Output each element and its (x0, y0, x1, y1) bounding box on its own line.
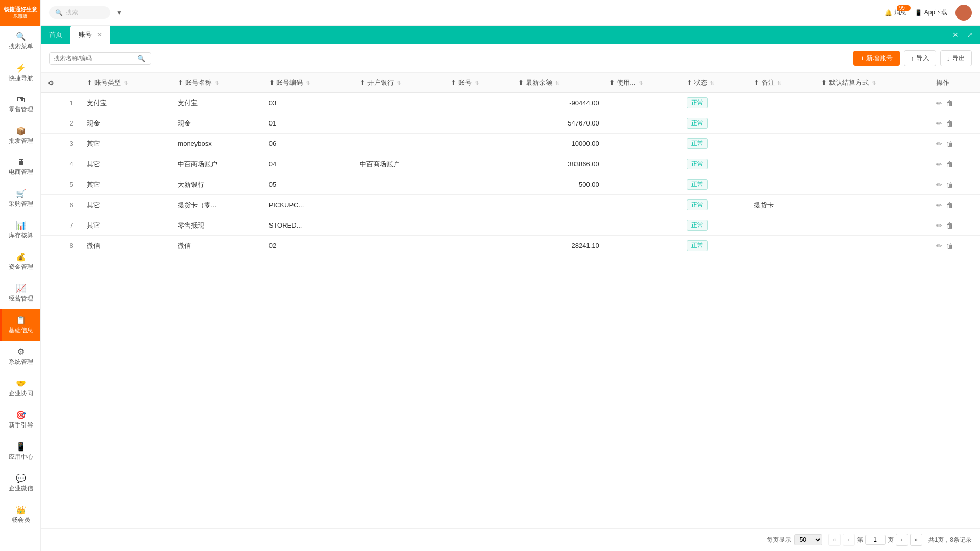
add-account-button[interactable]: + 新增账号 (853, 51, 900, 66)
row-default-settlement (816, 195, 931, 215)
sidebar-item-enterprise-agreement[interactable]: 🤝 企业协同 (0, 372, 40, 404)
sidebar-item-label: 企业微信 (9, 484, 33, 493)
row-bank (355, 174, 446, 195)
sidebar-item-basic-info[interactable]: 📋 基础信息 (0, 309, 40, 341)
row-account-name: 提货卡（零... (173, 195, 263, 215)
edit-button[interactable]: ✏ (936, 242, 942, 250)
row-settings (41, 134, 61, 154)
row-account-no (446, 134, 513, 154)
import-button[interactable]: ↑ 导入 (904, 50, 936, 66)
page-input[interactable] (865, 535, 886, 545)
table-search-wrap[interactable]: 🔍 (49, 52, 151, 65)
row-num: 4 (61, 154, 82, 174)
delete-button[interactable]: 🗑 (946, 99, 953, 107)
row-latest-balance (513, 215, 604, 236)
wholesale-icon: 📦 (16, 126, 26, 136)
col-account-no[interactable]: ⬆ 账号 ⇅ (446, 73, 513, 93)
edit-button[interactable]: ✏ (936, 140, 942, 148)
mobile-icon: 📱 (915, 9, 922, 16)
sidebar-item-enterprise-wechat[interactable]: 💬 企业微信 (0, 467, 40, 499)
col-status[interactable]: ⬆ 状态 ⇅ (681, 73, 749, 93)
prev-page-button[interactable]: ‹ (843, 534, 855, 546)
tab-home[interactable]: 首页 (41, 26, 70, 44)
delete-button[interactable]: 🗑 (946, 242, 953, 250)
first-page-button[interactable]: « (828, 534, 841, 546)
edit-button[interactable]: ✏ (936, 119, 942, 128)
sidebar-item-vip-member[interactable]: 👑 畅会员 (0, 499, 40, 531)
tab-account[interactable]: 账号 ✕ (70, 26, 110, 44)
pagination: « ‹ 第 页 › » (828, 534, 922, 546)
sidebar-item-app-center[interactable]: 📱 应用中心 (0, 436, 40, 467)
sidebar-item-label: 电商管理 (9, 168, 33, 177)
edit-button[interactable]: ✏ (936, 99, 942, 107)
row-remark (749, 93, 816, 113)
row-bank (355, 215, 446, 236)
delete-button[interactable]: 🗑 (946, 201, 953, 209)
col-account-code[interactable]: ⬆ 账号编码 ⇅ (264, 73, 355, 93)
tab-maximize-button[interactable]: ⤢ (964, 29, 976, 41)
table-search-input[interactable] (54, 55, 135, 62)
row-latest-balance: -90444.00 (513, 93, 604, 113)
tab-close-icon[interactable]: ✕ (97, 31, 102, 38)
row-bank (355, 195, 446, 215)
next-page-button[interactable]: › (896, 534, 908, 546)
col-usage[interactable]: ⬆ 使用... ⇅ (604, 73, 681, 93)
row-default-settlement (816, 93, 931, 113)
sidebar-item-retail-manage[interactable]: 🛍 零售管理 (0, 89, 40, 120)
row-account-type: 其它 (82, 215, 173, 236)
edit-button[interactable]: ✏ (936, 221, 942, 230)
notification-button[interactable]: 🔔 消息 99+ (885, 8, 906, 17)
col-default-settlement[interactable]: ⬆ 默认结算方式 ⇅ (816, 73, 931, 93)
sidebar-item-inventory-check[interactable]: 📊 库存核算 (0, 214, 40, 246)
row-account-code: PICKUPC... (264, 195, 355, 215)
edit-button[interactable]: ✏ (936, 160, 942, 168)
sidebar-item-new-guide[interactable]: 🎯 新手引导 (0, 404, 40, 436)
header-search[interactable]: 🔍 搜索 (49, 6, 110, 19)
sort-icon: ⇅ (215, 80, 219, 86)
row-actions: ✏ 🗑 (931, 93, 980, 113)
ecommerce-icon: 🖥 (17, 158, 25, 167)
quick-nav-icon: ⚡ (16, 63, 26, 73)
sidebar-item-operation-manage[interactable]: 📈 经营管理 (0, 278, 40, 309)
delete-button[interactable]: 🗑 (946, 119, 953, 128)
sidebar-item-label: 搜索菜单 (9, 42, 33, 51)
col-latest-balance[interactable]: ⬆ 最新余额 ⇅ (513, 73, 604, 93)
header-dropdown[interactable]: ▼ (116, 9, 122, 16)
col-account-name[interactable]: ⬆ 账号名称 ⇅ (173, 73, 263, 93)
sidebar-item-wholesale-manage[interactable]: 📦 批发管理 (0, 120, 40, 152)
sidebar-item-purchase-manage[interactable]: 🛒 采购管理 (0, 183, 40, 214)
row-num: 5 (61, 174, 82, 195)
row-settings (41, 174, 61, 195)
col-settings[interactable]: ⚙ (41, 73, 61, 93)
chevron-down-icon: ▼ (116, 9, 122, 16)
row-status: 正常 (681, 154, 749, 174)
edit-button[interactable]: ✏ (936, 201, 942, 209)
sidebar-item-ecommerce-manage[interactable]: 🖥 电商管理 (0, 152, 40, 183)
sidebar-item-search-menu[interactable]: 🔍 搜索菜单 (0, 26, 40, 57)
sidebar-item-quick-nav[interactable]: ⚡ 快捷导航 (0, 57, 40, 89)
avatar[interactable] (955, 5, 972, 21)
edit-button[interactable]: ✏ (936, 181, 942, 189)
sidebar-item-fund-manage[interactable]: 💰 资金管理 (0, 246, 40, 278)
delete-button[interactable]: 🗑 (946, 221, 953, 230)
page-size-select[interactable]: 50 100 (794, 534, 822, 545)
col-account-type[interactable]: ⬆ 账号类型 ⇅ (82, 73, 173, 93)
sort-icon: ⇅ (555, 80, 559, 86)
row-account-code: 05 (264, 174, 355, 195)
col-bank[interactable]: ⬆ 开户银行 ⇅ (355, 73, 446, 93)
delete-button[interactable]: 🗑 (946, 160, 953, 168)
delete-button[interactable]: 🗑 (946, 181, 953, 189)
sidebar-item-system-manage[interactable]: ⚙ 系统管理 (0, 341, 40, 372)
tab-close-all-button[interactable]: ✕ (949, 29, 962, 41)
export-icon: ↓ (947, 55, 950, 62)
tab-home-label: 首页 (49, 30, 62, 39)
row-latest-balance: 10000.00 (513, 134, 604, 154)
app-download-button[interactable]: 📱 App下载 (915, 8, 947, 17)
col-remark[interactable]: ⬆ 备注 ⇅ (749, 73, 816, 93)
row-default-settlement (816, 174, 931, 195)
delete-button[interactable]: 🗑 (946, 140, 953, 148)
row-usage (604, 236, 681, 256)
last-page-button[interactable]: » (910, 534, 922, 546)
main-area: 🔍 搜索 ▼ 🔔 消息 99+ 📱 App下载 首页 账号 (41, 0, 980, 551)
export-button[interactable]: ↓ 导出 (940, 50, 972, 66)
